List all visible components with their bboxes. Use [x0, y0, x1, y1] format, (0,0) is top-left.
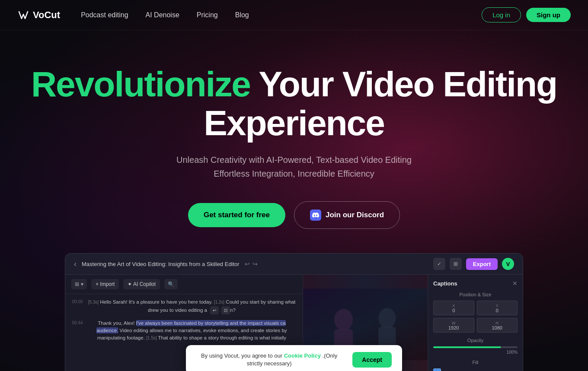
transcript-text-1: [5.3s] Hello Sarah! It's a pleasure to h…: [87, 298, 297, 314]
hero-title-accent: Revolutionize: [31, 64, 250, 104]
hero-section: Revolutionize Your Video Editing Experie…: [0, 30, 588, 371]
grid-view-btn[interactable]: ⊞▾: [71, 279, 87, 289]
discord-button[interactable]: Join our Discord: [294, 201, 400, 229]
topbar-right: ✓ ⊞ Export V: [433, 258, 514, 270]
highlighted-text: I've always been fascinated by storytell…: [136, 320, 286, 326]
cookie-text-before: By using Vocut, you agree to our: [201, 352, 282, 359]
position-size-label: Position & Size: [433, 292, 518, 297]
hero-title: Revolutionize Your Video Editing Experie…: [17, 65, 571, 143]
transcript-text-2: Thank you, Alex! I've always been fascin…: [87, 320, 297, 342]
editor-toolbar: ⊞▾ + Import ✦ AI Copilot 🔍: [65, 275, 303, 294]
fill-label: Fill: [433, 360, 518, 365]
fill-section: Fill −: [433, 360, 518, 371]
timecode-1: 00:00: [71, 298, 83, 314]
hero-title-rest: Your Video Editing Experience: [204, 64, 557, 143]
hero-subtitle: Unleash Creativity with AI-Powered, Text…: [17, 153, 571, 181]
undo-redo: ↩ ↪: [245, 260, 258, 267]
cookie-policy-link[interactable]: Cookie Policy: [284, 352, 321, 359]
login-button[interactable]: Log in: [482, 7, 521, 22]
position-size-section: Position & Size X 0 Y 0 W: [433, 292, 518, 333]
wh-row: W 1920 H 1080: [433, 318, 518, 333]
x-input[interactable]: X 0: [433, 301, 474, 315]
transcript-line-2: 00:44 Thank you, Alex! I've always been …: [71, 320, 297, 342]
xy-row: X 0 Y 0: [433, 301, 518, 315]
accept-button[interactable]: Accept: [352, 352, 392, 368]
highlighted-text-2: audience.: [96, 327, 118, 333]
transcript-line-1: 00:00 [5.3s] Hello Sarah! It's a pleasur…: [71, 298, 297, 314]
editor-topbar: ‹ Mastering the Art of Video Editing: In…: [65, 254, 523, 275]
time-tag-1: [5.3s]: [88, 300, 99, 304]
search-button[interactable]: 🔍: [164, 279, 178, 289]
check-icon[interactable]: ✓: [433, 258, 445, 270]
undo-icon[interactable]: ↩: [245, 260, 250, 267]
hero-buttons: Get started for free Join our Discord: [17, 201, 571, 229]
w-input[interactable]: W 1920: [433, 318, 474, 333]
nav-left: VoCut Podcast editing AI Denoise Pricing…: [17, 9, 249, 21]
logo-text: VoCut: [33, 10, 60, 21]
nav-link-pricing[interactable]: Pricing: [197, 11, 218, 19]
panel-header: Captions ✕: [433, 280, 518, 287]
nav-link-ai-denoise[interactable]: AI Denoise: [146, 11, 179, 19]
signup-button[interactable]: Sign up: [526, 8, 571, 22]
nav-right: Log in Sign up: [482, 7, 571, 22]
import-button[interactable]: + Import: [91, 279, 119, 289]
nav-links: Podcast editing AI Denoise Pricing Blog: [81, 11, 249, 19]
logo[interactable]: VoCut: [17, 9, 60, 21]
discord-icon: [310, 209, 321, 221]
ai-copilot-button[interactable]: ✦ AI Copilot: [123, 279, 160, 289]
fill-row: −: [433, 368, 518, 371]
export-button[interactable]: Export: [466, 258, 498, 270]
fill-swatch[interactable]: [433, 368, 441, 371]
logo-icon: [17, 9, 29, 21]
opacity-label: Opacity: [433, 338, 518, 343]
topbar-left: ‹ Mastering the Art of Video Editing: In…: [74, 260, 258, 269]
panel-close-icon[interactable]: ✕: [512, 280, 518, 287]
user-avatar: V: [502, 258, 514, 270]
editor-title: Mastering the Art of Video Editing: Insi…: [82, 261, 240, 267]
hero-subtitle-line1: Unleash Creativity with AI-Powered, Text…: [176, 155, 412, 165]
nav-link-podcast[interactable]: Podcast editing: [81, 11, 128, 19]
redo-icon[interactable]: ↪: [252, 260, 258, 267]
opacity-slider[interactable]: [433, 346, 518, 348]
get-started-button[interactable]: Get started for free: [188, 203, 285, 227]
cookie-text: By using Vocut, you agree to our Cookie …: [196, 352, 342, 368]
editor-right-panel: Captions ✕ Position & Size X 0 Y 0: [428, 275, 523, 371]
cookie-banner: By using Vocut, you agree to our Cookie …: [186, 345, 402, 371]
panel-title: Captions: [433, 280, 457, 287]
hero-subtitle-line2: Effortless Integration, Incredible Effic…: [214, 169, 374, 178]
opacity-section: Opacity 100%: [433, 338, 518, 355]
navigation: VoCut Podcast editing AI Denoise Pricing…: [0, 0, 588, 30]
layout-icon[interactable]: ⊞: [450, 258, 462, 270]
nav-link-blog[interactable]: Blog: [235, 11, 249, 19]
discord-button-label: Join our Discord: [326, 211, 384, 219]
back-icon[interactable]: ‹: [74, 260, 77, 269]
minus-icon[interactable]: −: [444, 369, 448, 371]
opacity-value: 100%: [433, 350, 518, 355]
time-tag-2: [1.2s]: [214, 300, 224, 304]
timecode-2: 00:44: [71, 320, 83, 342]
h-input[interactable]: H 1080: [477, 318, 518, 333]
y-input[interactable]: Y 0: [477, 301, 518, 315]
